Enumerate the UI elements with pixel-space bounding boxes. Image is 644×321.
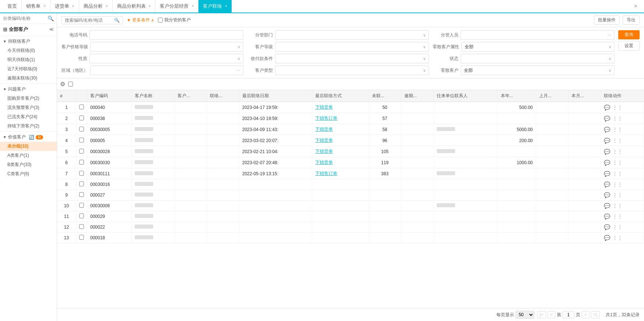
my-customers-checkbox[interactable]: 我分管的客户 <box>158 17 191 23</box>
last-page-btn[interactable]: >| <box>591 311 600 318</box>
more-action-icon[interactable]: ⋮⋮ <box>612 171 623 177</box>
tab-purchase[interactable]: 进货单 × <box>50 0 79 13</box>
sparse-attr-select[interactable]: 全部 ∨ <box>461 42 615 52</box>
cell-last-method[interactable]: 下销货单 <box>312 135 369 146</box>
contact-method-link[interactable]: 下销货单 <box>315 149 333 154</box>
sidebar-all-customers[interactable]: ⊞ 全部客户 ≪ <box>0 24 57 35</box>
search-icon[interactable]: 🔍 <box>114 18 120 23</box>
region-input[interactable]: ··· <box>90 66 243 75</box>
sync-icon[interactable]: 🔄 <box>29 135 34 140</box>
cell-checkbox[interactable] <box>76 168 87 179</box>
close-sales-icon[interactable]: × <box>43 0 46 13</box>
col-no-contact[interactable]: 未联... <box>369 90 401 102</box>
cell-last-method[interactable]: 下销售订单 <box>312 113 369 124</box>
close-purchase-icon[interactable]: × <box>72 0 74 13</box>
chat-icon[interactable]: 💬 <box>604 138 610 144</box>
cell-checkbox[interactable] <box>76 233 87 243</box>
sidebar-item-abnormal[interactable]: 固购异常客户(2) <box>0 94 57 103</box>
contact-method-link[interactable]: 下销货单 <box>315 127 333 132</box>
tab-customer-segment[interactable]: 客户分层经营 × <box>155 0 198 13</box>
sidebar-item-today-pending[interactable]: 今天待联络(0) <box>0 46 57 55</box>
more-action-icon[interactable]: ⋮⋮ <box>612 235 623 241</box>
cell-checkbox[interactable] <box>76 113 87 124</box>
sidebar-item-a-customers[interactable]: A类客户(1) <box>0 151 57 160</box>
sidebar-item-7days-pending[interactable]: 近7天待联络(0) <box>0 64 57 74</box>
col-code[interactable]: 客户编码 <box>87 90 131 102</box>
cell-checkbox[interactable] <box>76 201 87 211</box>
tab-home[interactable]: 首页 <box>3 0 22 13</box>
payment-select[interactable]: ∨ <box>275 54 429 63</box>
col-last-date[interactable]: 最后联络日期 <box>239 90 312 102</box>
more-action-icon[interactable]: ⋮⋮ <box>612 116 623 121</box>
chat-icon[interactable]: 💬 <box>604 149 610 155</box>
chat-icon[interactable]: 💬 <box>604 116 610 121</box>
manager-input[interactable]: ··· <box>461 30 615 40</box>
more-action-icon[interactable]: ⋮⋮ <box>612 127 623 133</box>
reset-btn[interactable]: 设置 <box>618 41 640 51</box>
chat-icon[interactable]: 💬 <box>604 171 610 177</box>
sidebar-item-ungroup[interactable]: 未分组(32) <box>0 142 57 151</box>
chat-icon[interactable]: 💬 <box>604 192 610 198</box>
select-all-checkbox[interactable] <box>68 82 73 87</box>
cell-checkbox[interactable] <box>76 124 87 135</box>
my-customers-check[interactable] <box>158 18 163 22</box>
batch-operation-btn[interactable]: 批量操作 <box>594 15 620 25</box>
tab-sales[interactable]: 销售单 × <box>22 0 50 13</box>
page-input[interactable] <box>563 311 574 318</box>
phone-input[interactable] <box>89 30 243 40</box>
chat-icon[interactable]: 💬 <box>604 160 610 166</box>
close-product-analysis-list-icon[interactable]: × <box>149 0 151 13</box>
cell-last-method[interactable]: 下销售订单 <box>312 168 369 179</box>
more-conditions-btn[interactable]: ▼ 更多条件 ∧ <box>127 17 154 23</box>
collapse-sidebar-icon[interactable]: ≪ <box>49 27 54 32</box>
cell-checkbox[interactable] <box>76 157 87 168</box>
sidebar-item-overdue-pending[interactable]: 逾期未联络(30) <box>0 74 57 83</box>
chat-icon[interactable]: 💬 <box>604 105 610 110</box>
sidebar-search-input[interactable] <box>3 16 46 21</box>
more-action-icon[interactable]: ⋮⋮ <box>612 160 623 166</box>
query-btn[interactable]: 查询 <box>618 30 640 39</box>
prev-page-btn[interactable]: < <box>548 311 555 318</box>
sidebar-item-tomorrow-pending[interactable]: 明天待联络(1) <box>0 55 57 64</box>
cell-last-method[interactable]: 下销货单 <box>312 157 369 168</box>
contact-method-link[interactable]: 下销货单 <box>315 160 333 165</box>
cell-last-method[interactable]: 下销货单 <box>312 146 369 157</box>
export-btn[interactable]: 导出 <box>623 15 640 25</box>
cell-checkbox[interactable] <box>76 102 87 113</box>
tab-customer-contact[interactable]: 客户联络 × <box>198 0 232 13</box>
tab-product-analysis-list[interactable]: 商品分析列表 × <box>113 0 156 13</box>
contact-method-link[interactable]: 下销售订单 <box>315 116 337 121</box>
price-level-select[interactable]: ∨ <box>90 42 243 52</box>
cell-last-method[interactable]: 下销货单 <box>312 124 369 135</box>
chat-icon[interactable]: 💬 <box>604 235 610 241</box>
window-close-icon[interactable]: × <box>630 3 641 9</box>
cell-checkbox[interactable] <box>76 146 87 157</box>
more-action-icon[interactable]: ⋮⋮ <box>612 181 623 187</box>
sidebar-search-icon[interactable]: 🔍 <box>47 15 54 21</box>
chat-icon[interactable]: 💬 <box>604 203 610 209</box>
chat-icon[interactable]: 💬 <box>604 214 610 219</box>
more-action-icon[interactable]: ⋮⋮ <box>612 192 623 198</box>
sidebar-item-churn-warning[interactable]: 流失预警客户(3) <box>0 103 57 112</box>
table-settings-icon[interactable]: ⚙ <box>60 81 65 88</box>
sidebar-item-declining[interactable]: 持续下滑客户(2) <box>0 121 57 131</box>
dept-select[interactable]: ∨ <box>275 30 429 40</box>
chat-icon[interactable]: 💬 <box>604 127 610 133</box>
more-action-icon[interactable]: ⋮⋮ <box>612 214 623 219</box>
sidebar-item-churned[interactable]: 已流失客户(24) <box>0 112 57 121</box>
page-size-select[interactable]: 50 100 200 <box>515 311 534 319</box>
sidebar-group-value[interactable]: ▼ 价值客户 🔄 R <box>0 133 57 142</box>
tab-product-analysis[interactable]: 商品分析 × <box>79 0 113 13</box>
cell-checkbox[interactable] <box>76 135 87 146</box>
contact-method-link[interactable]: 下销货单 <box>315 138 333 143</box>
more-action-icon[interactable]: ⋮⋮ <box>612 224 623 230</box>
close-customer-segment-icon[interactable]: × <box>191 0 194 13</box>
status-select[interactable]: ∨ <box>461 54 615 63</box>
more-action-icon[interactable]: ⋮⋮ <box>612 105 623 110</box>
sparse-customer-select[interactable]: 全部 ∨ <box>461 66 615 75</box>
contact-method-link[interactable]: 下销售订单 <box>315 171 337 176</box>
sidebar-group-problem[interactable]: ▼ 问题客户 <box>0 85 57 94</box>
nature-select[interactable]: ∨ <box>89 54 243 63</box>
customer-type-select[interactable]: ∨ <box>275 66 429 75</box>
cell-checkbox[interactable] <box>76 179 87 190</box>
